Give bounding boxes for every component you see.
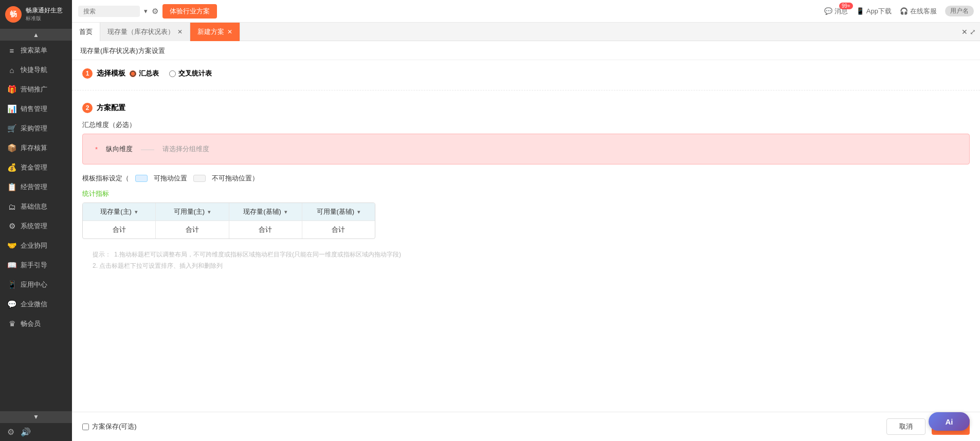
search-input[interactable]	[78, 6, 140, 17]
tab-home[interactable]: 首页	[72, 23, 100, 41]
step2-title: 2 方案配置	[82, 103, 970, 113]
sidebar-item-system-label: 系统管理	[21, 222, 47, 231]
col2-chevron[interactable]: ▾	[208, 209, 211, 215]
topbar-right: 💬 消息 99+ 📱 App下载 🎧 在线客服 用户名	[824, 6, 974, 16]
handshake-icon: 🤝	[7, 241, 16, 250]
col2-label: 可用量(主)	[174, 207, 205, 216]
book-icon: 📖	[7, 261, 16, 270]
save-checkbox-input[interactable]	[82, 424, 89, 430]
sidebar-item-business[interactable]: 📋 经营管理	[0, 177, 72, 197]
sidebar-item-sales-label: 销售管理	[21, 104, 47, 114]
message-button[interactable]: 💬 消息 99+	[824, 7, 848, 16]
sidebar-item-marketing-label: 营销推广	[21, 85, 47, 94]
sidebar-item-system[interactable]: ⚙ 系统管理	[0, 216, 72, 236]
dropdown-icon[interactable]: ▾	[144, 7, 148, 15]
sidebar-item-sales[interactable]: 📊 销售管理	[0, 99, 72, 119]
indicator-settings-label: 模板指标设定（	[82, 174, 129, 183]
non-draggable-label: 不可拖动位置）	[212, 174, 259, 183]
table-cell-1: 合计	[83, 221, 156, 238]
tab-inventory-close[interactable]: ✕	[177, 28, 183, 35]
sidebar-item-wechat[interactable]: 💬 企业微信	[0, 295, 72, 314]
step2-label: 方案配置	[97, 103, 125, 113]
col4-chevron[interactable]: ▾	[357, 209, 360, 215]
sidebar-item-purchase[interactable]: 🛒 采购管理	[0, 119, 72, 138]
tabs-close-button[interactable]: ✕	[961, 28, 968, 36]
home-icon: ⌂	[7, 66, 16, 75]
app-download-label: App下载	[866, 7, 892, 16]
sidebar-item-business-label: 经营管理	[21, 182, 47, 192]
col1-label: 现存量(主)	[100, 207, 132, 216]
app-download-button[interactable]: 📱 App下载	[856, 7, 892, 16]
box-icon: 📦	[7, 143, 16, 153]
indicator-settings-row: 模板指标设定（ 可拖动位置 不可拖动位置）	[82, 174, 970, 183]
tip-2-content: 2. 点击标题栏下拉可设置排序、插入列和删除列	[93, 261, 223, 272]
tabs-bar: 首页 现存量（库存状况表） ✕ 新建方案 ✕ ✕ ⤢	[72, 23, 980, 41]
gift-icon: 🎁	[7, 85, 16, 94]
sidebar-item-appstore-label: 应用中心	[21, 280, 47, 289]
user-avatar[interactable]: 用户名	[945, 6, 974, 16]
tab-home-label: 首页	[79, 27, 93, 36]
settings-icon[interactable]: ⚙	[7, 427, 14, 437]
ai-button[interactable]: Ai	[929, 412, 970, 431]
sidebar-scroll-down[interactable]: ▼	[0, 411, 72, 422]
stats-title: 统计指标	[82, 189, 970, 198]
solution-button[interactable]: 体验行业方案	[162, 4, 217, 19]
tab-inventory-label: 现存量（库存状况表）	[107, 27, 174, 36]
sidebar-item-appstore[interactable]: 📱 应用中心	[0, 275, 72, 295]
radio-cross-input[interactable]	[169, 70, 176, 77]
sound-icon[interactable]: 🔊	[21, 427, 31, 437]
vertical-dim-label: 纵向维度	[106, 144, 133, 154]
sidebar-item-search[interactable]: ≡ 搜索菜单	[0, 41, 72, 60]
radio-summary-label: 汇总表	[139, 69, 159, 78]
table-header-col-3[interactable]: 现存量(基辅) ▾	[229, 203, 302, 220]
col3-chevron[interactable]: ▾	[284, 209, 287, 215]
sidebar-item-member[interactable]: ♛ 畅会员	[0, 314, 72, 334]
crown-icon: ♛	[7, 319, 16, 328]
online-service-label: 在线客服	[910, 7, 937, 16]
radio-cross[interactable]: 交叉统计表	[169, 69, 212, 78]
table-header-col-1[interactable]: 现存量(主) ▾	[83, 203, 156, 220]
page-title: 现存量(库存状况表)方案设置	[72, 41, 980, 60]
sidebar-item-basic-label: 基础信息	[21, 202, 47, 211]
table-header-col-2[interactable]: 可用量(主) ▾	[156, 203, 229, 220]
table-header-col-4[interactable]: 可用量(基辅) ▾	[302, 203, 375, 220]
bottom-bar: 方案保存(可选) 取消 查询	[72, 412, 980, 441]
radio-summary-input[interactable]	[130, 70, 136, 77]
required-star: *	[95, 145, 98, 153]
topbar-left: ▾ ⚙ 体验行业方案	[78, 4, 217, 19]
sidebar-item-finance[interactable]: 💰 资金管理	[0, 158, 72, 177]
sidebar-item-marketing[interactable]: 🎁 营销推广	[0, 80, 72, 99]
online-service-button[interactable]: 🎧 在线客服	[900, 7, 937, 16]
info-icon: 🗂	[7, 203, 16, 211]
radio-summary[interactable]: 汇总表	[130, 69, 159, 78]
dimension-required-area[interactable]: * 纵向维度 —— 请选择分组维度	[82, 134, 970, 164]
sidebar-item-inventory[interactable]: 📦 库存核算	[0, 138, 72, 158]
step1-title: 1 选择模板 汇总表 交叉统计表	[82, 68, 970, 79]
tab-new-plan[interactable]: 新建方案 ✕	[190, 23, 240, 41]
topbar-gear-icon[interactable]: ⚙	[152, 7, 158, 16]
draggable-indicator-tag	[135, 175, 148, 182]
sidebar-item-contract[interactable]: 🤝 企业协同	[0, 236, 72, 255]
sidebar-item-newbie[interactable]: 📖 新手引导	[0, 255, 72, 275]
sidebar-item-contract-label: 企业协同	[21, 241, 47, 250]
cancel-button[interactable]: 取消	[886, 418, 925, 435]
sidebar-item-search-label: 搜索菜单	[21, 46, 47, 55]
radio-cross-label: 交叉统计表	[178, 69, 212, 78]
tabs-actions: ✕ ⤢	[961, 28, 980, 36]
sidebar-item-nav[interactable]: ⌂ 快捷导航	[0, 60, 72, 80]
tab-new-plan-close[interactable]: ✕	[227, 28, 232, 35]
sidebar-item-basic[interactable]: 🗂 基础信息	[0, 197, 72, 216]
draggable-label: 可拖动位置	[154, 174, 187, 183]
app-icon: 📱	[7, 280, 16, 289]
tip-item-2: 2. 点击标题栏下拉可设置排序、插入列和删除列	[93, 261, 959, 272]
phone-icon: 📱	[856, 7, 864, 15]
save-checkbox[interactable]: 方案保存(可选)	[82, 422, 137, 431]
tab-inventory-status[interactable]: 现存量（库存状况表） ✕	[100, 23, 190, 41]
clipboard-icon: 📋	[7, 182, 16, 192]
sidebar-nav: ≡ 搜索菜单 ⌂ 快捷导航 🎁 营销推广 📊 销售管理 🛒 采购管理 📦 库存核…	[0, 41, 72, 411]
chat-icon: 💬	[7, 300, 16, 309]
money-icon: 💰	[7, 163, 16, 172]
sidebar-scroll-up[interactable]: ▲	[0, 29, 72, 41]
col1-chevron[interactable]: ▾	[135, 209, 138, 215]
tabs-expand-button[interactable]: ⤢	[970, 28, 976, 36]
